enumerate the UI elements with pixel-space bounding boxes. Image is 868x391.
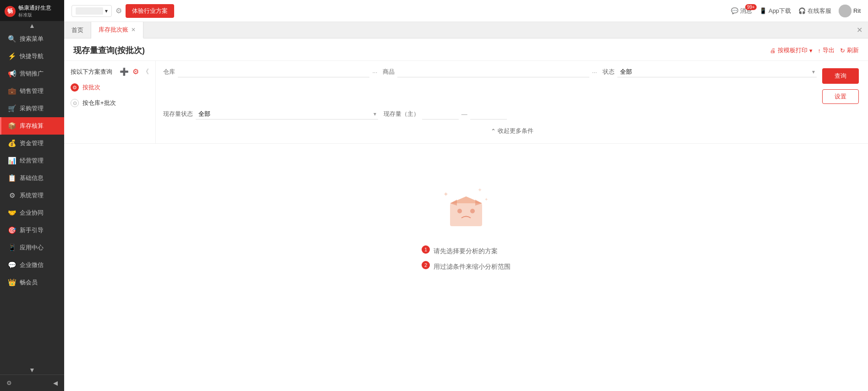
tab-home[interactable]: 首页 <box>64 22 91 38</box>
sidebar-item-inventory[interactable]: 📦 库存核算 <box>0 117 64 135</box>
stock-status-select-wrapper: 全部 有库存 无库存 负库存 ▾ <box>196 109 378 119</box>
avatar <box>839 5 852 17</box>
stock-main-filter: 现存量（主） — <box>384 109 599 119</box>
sidebar-item-operation-label: 经营管理 <box>20 157 44 165</box>
page-content: 现存量查询(按批次) 🖨 按模板打印 ▾ ↑ 导出 ↻ 刷新 <box>64 38 868 391</box>
app-info: 畅康通好生意 标准版 <box>18 5 51 18</box>
finance-icon: 💰 <box>8 139 16 147</box>
sidebar-item-finance-label: 资金管理 <box>20 139 44 147</box>
page-header: 现存量查询(按批次) 🖨 按模板打印 ▾ ↑ 导出 ↻ 刷新 <box>64 38 868 61</box>
sidebar-item-finance[interactable]: 💰 资金管理 <box>0 135 64 152</box>
query-btn[interactable]: 查询 <box>822 68 859 84</box>
close-all-tabs-btn[interactable]: ✕ <box>851 22 868 38</box>
enterprise-icon: 🤝 <box>8 209 16 217</box>
topbar-right: 💬 消息 99+ 📱 App下载 🎧 在线客服 Rit <box>731 5 861 17</box>
add-plan-btn[interactable]: ➕ <box>120 67 129 76</box>
sidebar-item-system[interactable]: ⚙ 系统管理 <box>0 187 64 204</box>
filter-fields: 仓库 ··· 商品 ··· 状态 全部 正常 <box>156 61 868 143</box>
wechat-icon: 💬 <box>8 261 16 269</box>
topbar-dropdown[interactable]: ▾ <box>71 5 112 17</box>
online-service-btn[interactable]: 🎧 在线客服 <box>798 7 831 15</box>
set-btn[interactable]: 设置 <box>822 89 859 104</box>
collapse-more-btn[interactable]: ⌃ 收起更多条件 <box>163 124 861 138</box>
scroll-down-btn[interactable]: ▼ <box>0 366 64 374</box>
print-label: 按模板打印 <box>778 46 808 54</box>
sidebar-nav: 🔍 搜索菜单 ⚡ 快捷导航 📢 营销推广 💼 销售管理 🛒 采购管理 📦 库存核… <box>0 30 64 365</box>
scroll-up[interactable]: ▲ <box>0 21 64 30</box>
settings-icon[interactable]: ⚙ <box>115 6 122 15</box>
tabs-bar: 首页 库存批次账 ✕ ✕ <box>64 22 868 38</box>
svg-rect-0 <box>450 203 482 226</box>
svg-text:✦: ✦ <box>484 197 488 202</box>
stock-main-from[interactable] <box>422 109 459 119</box>
sidebar-item-system-label: 系统管理 <box>20 191 44 200</box>
trial-btn[interactable]: 体验行业方案 <box>126 4 174 18</box>
message-btn[interactable]: 💬 消息 99+ <box>731 7 752 15</box>
hint-item-2: 2 用过滤条件来缩小分析范围 <box>422 260 511 273</box>
sidebar-item-operation[interactable]: 📊 经营管理 <box>0 152 64 169</box>
sidebar-item-basic-label: 基础信息 <box>20 174 44 182</box>
product-filter: 商品 ··· <box>383 66 597 77</box>
stock-status-label: 现存量状态 <box>163 110 193 118</box>
marketing-icon: 📢 <box>8 70 16 78</box>
sidebar-item-purchase[interactable]: 🛒 采购管理 <box>0 100 64 117</box>
left-panel-title: 按以下方案查询 <box>71 68 116 76</box>
empty-hints: 1 请先选择要分析的方案 2 用过滤条件来缩小分析范围 <box>422 244 511 273</box>
tab-home-label: 首页 <box>71 26 83 34</box>
sidebar-item-shortcut[interactable]: ⚡ 快捷导航 <box>0 48 64 65</box>
sidebar-item-app-center[interactable]: 📱 应用中心 <box>0 239 64 256</box>
empty-illustration: ✦ ✦ ✦ <box>439 180 494 235</box>
filter-row-1: 仓库 ··· 商品 ··· 状态 全部 正常 <box>163 66 861 104</box>
message-icon: 💬 <box>731 7 738 14</box>
export-btn[interactable]: ↑ 导出 <box>818 46 835 54</box>
topbar-left: ▾ ⚙ 体验行业方案 <box>71 4 725 18</box>
sidebar-item-member[interactable]: 👑 畅会员 <box>0 274 64 291</box>
printer-icon: 🖨 <box>770 47 776 54</box>
operation-icon: 📊 <box>8 157 16 165</box>
sidebar-item-wechat[interactable]: 💬 企业微信 <box>0 256 64 274</box>
footer-collapse-icon[interactable]: ◀ <box>53 380 58 386</box>
range-separator: — <box>461 111 467 118</box>
print-btn[interactable]: 🖨 按模板打印 ▾ <box>770 46 813 54</box>
warehouse-label: 仓库 <box>163 68 175 76</box>
basic-icon: 📋 <box>8 174 16 182</box>
plan-settings-btn[interactable]: ⚙ <box>132 67 139 76</box>
warehouse-filter: 仓库 ··· <box>163 66 377 77</box>
product-more-btn[interactable]: ··· <box>592 69 597 76</box>
stock-main-to[interactable] <box>470 109 507 119</box>
hint-text-1: 请先选择要分析的方案 <box>434 244 498 257</box>
tab-batch[interactable]: 库存批次账 ✕ <box>91 22 143 38</box>
app-download-btn[interactable]: 📱 App下载 <box>759 7 791 15</box>
sidebar-item-guide-label: 新手引导 <box>20 226 44 234</box>
sidebar-item-marketing[interactable]: 📢 营销推广 <box>0 65 64 82</box>
tab-batch-close[interactable]: ✕ <box>131 27 136 33</box>
page-actions: 🖨 按模板打印 ▾ ↑ 导出 ↻ 刷新 <box>770 46 859 54</box>
stock-status-select[interactable]: 全部 有库存 无库存 负库存 <box>196 109 378 119</box>
sidebar-item-guide[interactable]: 🎯 新手引导 <box>0 222 64 239</box>
user-menu[interactable]: Rit <box>839 5 861 17</box>
stock-status-filter: 现存量状态 全部 有库存 无库存 负库存 ▾ <box>163 109 378 119</box>
scroll-down[interactable]: ▼ <box>0 365 64 375</box>
status-select[interactable]: 全部 正常 停用 <box>617 66 817 77</box>
sidebar-item-enterprise[interactable]: 🤝 企业协同 <box>0 204 64 222</box>
footer-settings-icon[interactable]: ⚙ <box>6 380 12 386</box>
app-edition: 标准版 <box>18 12 51 18</box>
sidebar-item-basic[interactable]: 📋 基础信息 <box>0 169 64 187</box>
sidebar-item-search[interactable]: 🔍 搜索菜单 <box>0 30 64 48</box>
collapse-panel-btn[interactable]: 《 <box>143 68 149 76</box>
status-label: 状态 <box>603 68 615 76</box>
warehouse-more-btn[interactable]: ··· <box>372 69 377 76</box>
sidebar-item-sales[interactable]: 💼 销售管理 <box>0 82 64 100</box>
topbar: ▾ ⚙ 体验行业方案 💬 消息 99+ 📱 App下载 🎧 在线客服 <box>64 0 868 22</box>
plan-item-batch[interactable]: ⚙ 按批次 <box>64 80 155 95</box>
app-name: 畅康通好生意 <box>18 5 51 12</box>
filter-row-2: 现存量状态 全部 有库存 无库存 负库存 ▾ 现存量（主） <box>163 109 861 119</box>
scroll-up-btn[interactable]: ▲ <box>0 22 64 29</box>
product-input[interactable] <box>397 66 589 77</box>
sidebar-item-search-label: 搜索菜单 <box>20 35 44 43</box>
refresh-btn[interactable]: ↻ 刷新 <box>840 46 859 54</box>
plan-item-warehouse-batch[interactable]: ⊙ 按仓库+批次 <box>64 95 155 111</box>
sidebar-item-marketing-label: 营销推广 <box>20 70 44 78</box>
warehouse-input[interactable] <box>178 66 369 77</box>
sales-icon: 💼 <box>8 87 16 95</box>
